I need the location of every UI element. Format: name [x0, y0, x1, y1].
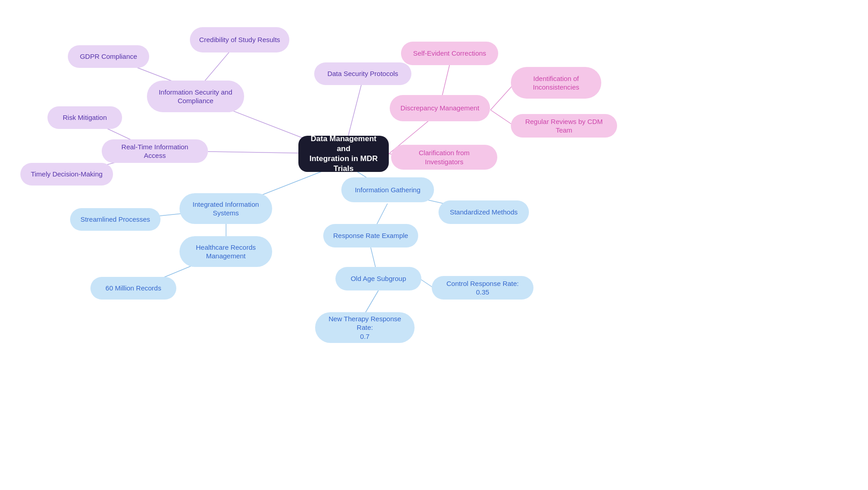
- node-info-gathering: Information Gathering: [341, 177, 434, 202]
- integrated-is-label: Integrated Information Systems: [193, 200, 259, 218]
- node-healthcare-rm: Healthcare Records Management: [179, 236, 272, 267]
- svg-line-16: [365, 290, 378, 314]
- node-standardized: Standardized Methods: [439, 200, 529, 224]
- old-age-label: Old Age Subgroup: [351, 274, 406, 283]
- node-risk-mitigation: Risk Mitigation: [47, 106, 122, 129]
- node-timely-decision: Timely Decision-Making: [20, 163, 113, 186]
- node-clarification: Clarification from Investigators: [391, 145, 497, 170]
- node-info-security: Information Security and Compliance: [147, 81, 244, 112]
- identification-label: Identification of Inconsistencies: [533, 74, 580, 92]
- healthcare-rm-label: Healthcare Records Management: [196, 243, 256, 261]
- center-node: Data Management and Integration in MDR T…: [298, 136, 389, 172]
- new-therapy-label: New Therapy Response Rate: 0.7: [324, 314, 406, 341]
- node-self-evident: Self-Evident Corrections: [401, 42, 498, 65]
- gdpr-label: GDPR Compliance: [80, 52, 137, 61]
- center-label: Data Management and Integration in MDR T…: [307, 134, 380, 174]
- streamlined-label: Streamlined Processes: [80, 215, 150, 224]
- node-identification: Identification of Inconsistencies: [511, 67, 601, 99]
- real-time-label: Real-Time Information Access: [111, 143, 199, 160]
- timely-decision-label: Timely Decision-Making: [31, 170, 103, 179]
- regular-reviews-label: Regular Reviews by CDM Team: [520, 117, 608, 135]
- discrepancy-label: Discrepancy Management: [401, 104, 479, 113]
- info-gathering-label: Information Gathering: [355, 186, 420, 195]
- standardized-label: Standardized Methods: [450, 208, 518, 217]
- info-security-label: Information Security and Compliance: [159, 88, 232, 105]
- node-60-million: 60 Million Records: [90, 277, 176, 300]
- node-regular-reviews: Regular Reviews by CDM Team: [511, 114, 617, 138]
- node-response-rate: Response Rate Example: [323, 224, 418, 247]
- node-data-sec-prot: Data Security Protocols: [314, 62, 411, 85]
- response-rate-label: Response Rate Example: [333, 231, 408, 240]
- node-integrated-is: Integrated Information Systems: [179, 193, 272, 224]
- node-real-time: Real-Time Information Access: [102, 139, 208, 163]
- node-streamlined: Streamlined Processes: [70, 208, 160, 231]
- control-response-label: Control Response Rate: 0.35: [441, 279, 524, 297]
- 60-million-label: 60 Million Records: [105, 284, 161, 293]
- risk-mitigation-label: Risk Mitigation: [63, 113, 107, 122]
- node-credibility: Credibility of Study Results: [190, 27, 289, 52]
- clarification-label: Clarification from Investigators: [400, 148, 488, 166]
- node-control-response: Control Response Rate: 0.35: [432, 276, 533, 300]
- self-evident-label: Self-Evident Corrections: [413, 49, 486, 58]
- node-gdpr: GDPR Compliance: [68, 45, 149, 68]
- data-sec-prot-label: Data Security Protocols: [327, 69, 398, 78]
- node-discrepancy: Discrepancy Management: [390, 95, 490, 121]
- node-old-age: Old Age Subgroup: [335, 267, 421, 290]
- node-new-therapy: New Therapy Response Rate: 0.7: [315, 312, 415, 343]
- credibility-label: Credibility of Study Results: [199, 35, 280, 44]
